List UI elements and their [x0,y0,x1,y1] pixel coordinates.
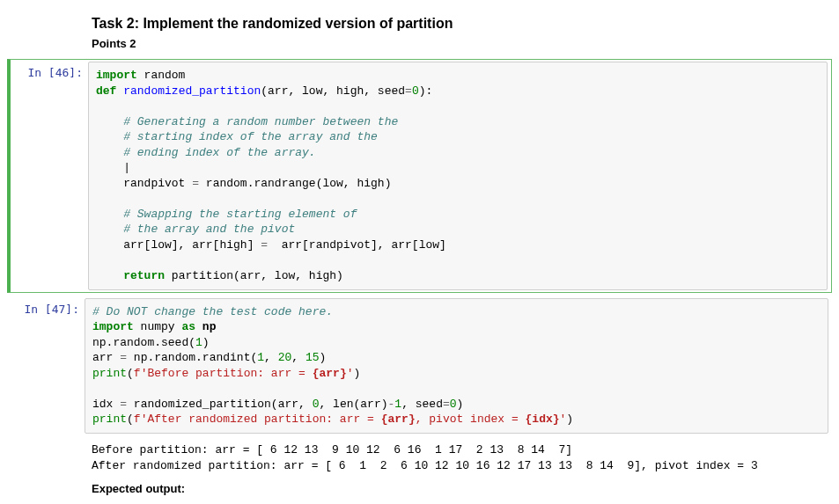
code-line: partition(arr, low, high) [165,269,343,282]
kw-as: as [181,320,195,333]
mod-random: random [137,69,186,82]
code-cell-47[interactable]: In [47]: # Do NOT change the test code h… [7,298,832,434]
paren-close: ) [566,413,573,426]
code-line: , seed [401,398,443,411]
output-line: Before partition: arr = [ 6 12 13 9 10 1… [92,443,572,457]
mod-numpy: numpy [134,320,182,333]
comment-line: # the array and the pivot [96,223,295,236]
comment-line: # Swapping the starting element of [96,208,357,221]
num-zero: 0 [412,84,419,98]
str-end: ' [347,367,354,380]
num: 0 [450,398,457,411]
fn-close: ): [419,84,433,98]
comment-line: # ending index of the array. [96,146,316,159]
fn-print: print [92,367,127,380]
num: 15 [305,351,320,364]
indent [96,269,123,282]
kw-import: import [96,69,137,82]
cursor-line: | [96,161,130,174]
code-line: ) [202,336,210,349]
str: f'After randomized partition: arr = [134,413,381,426]
kw-import: import [92,320,134,333]
op-eq: = [120,351,127,364]
paren-close: ) [320,351,327,364]
comma: , [291,351,305,364]
fn-args: (arr, low, high, seed [261,84,405,98]
code-line: arr[low], arr[high] [96,238,261,252]
kw-return: return [123,269,165,282]
task-title: Task 2: Implement the randomized version… [92,16,832,32]
code-line: idx [92,398,120,411]
code-line: arr[randpivot], arr[low] [268,238,446,252]
paren-close: ) [457,398,464,411]
prompt-label: In [46]: [11,62,88,79]
stdout-output: Before partition: arr = [ 6 12 13 9 10 1… [85,439,828,477]
task-points: Points 2 [92,37,832,50]
str: f'Before partition: arr = [134,367,313,380]
comment-line: # Do NOT change the test code here. [92,305,333,318]
expected-output-block: Expected output: Before partition: arr =… [92,482,832,504]
expected-title: Expected output: [92,482,832,495]
output-prompt-empty [7,439,85,443]
fstr-expr: {arr} [381,413,416,426]
op-eq: = [192,177,199,190]
comma: , [264,351,278,364]
op-eq: = [405,84,412,98]
op-eq: = [261,238,268,252]
code-line: np.random.seed( [92,336,195,349]
code-line: randomized_partition(arr, [127,398,313,411]
fn-name: randomized_partition [123,84,261,98]
num: 1 [195,336,202,349]
comment-line: # starting index of the array and the [96,130,378,143]
code-line: np.random.randint( [127,351,257,364]
code-line: random.randrange(low, high) [199,177,391,190]
num: 1 [257,351,264,364]
paren-open: ( [127,367,134,380]
notebook-container: Task 2: Implement the randomized version… [0,0,839,504]
code-input[interactable]: import random def randomized_partition(a… [88,62,828,290]
fstr-expr: {idx} [526,413,560,426]
str: , pivot index = [416,413,526,426]
paren-close: ) [354,367,361,380]
code-line: , len(arr) [319,398,387,411]
comment-line: # Generating a random number between the [96,115,398,128]
num: 1 [394,398,401,411]
kw-def: def [96,84,116,98]
op-eq: = [443,398,450,411]
prompt-label: In [47]: [7,298,85,316]
code-input[interactable]: # Do NOT change the test code here. impo… [85,298,828,434]
num: 20 [278,351,292,364]
alias-np: np [195,320,216,333]
output-line: After randomized partition: arr = [ 6 1 … [92,459,758,472]
op-eq: = [120,398,127,411]
fn-print: print [92,413,127,426]
fstr-expr: {arr} [313,367,347,380]
code-cell-46[interactable]: In [46]: import random def randomized_pa… [7,59,832,293]
output-cell-47: Before partition: arr = [ 6 12 13 9 10 1… [7,439,832,477]
code-line: randpivot [96,177,192,190]
markdown-cell-task: Task 2: Implement the randomized version… [92,16,832,50]
paren-open: ( [127,413,134,426]
code-line: arr [92,351,120,364]
